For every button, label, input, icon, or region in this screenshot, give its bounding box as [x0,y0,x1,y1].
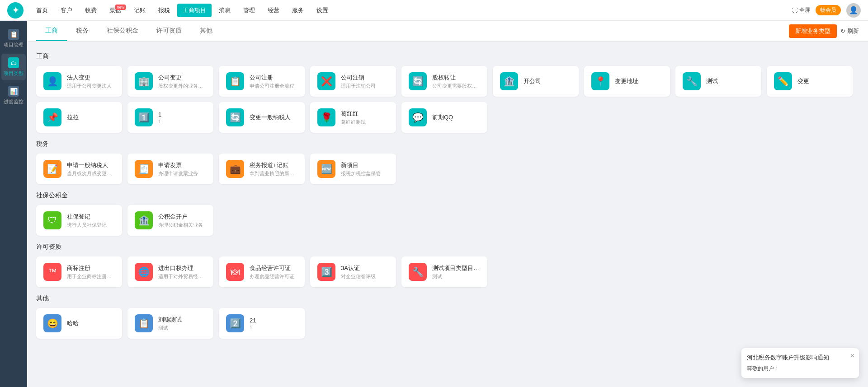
card-申请一般纳税人[interactable]: 📝申请一般纳税人当月或次月成变更完成 [36,154,122,184]
section-许可资质: 许可资质™商标注册用于企业商标注册服务🌐进出口权办理适用于对外贸易经营者🍽食品经… [36,243,859,287]
card-desc: 办理公积金相关业务 [158,222,206,228]
card-股权转让[interactable]: 🔄股权转让公司变更需要股权转让 [401,66,487,97]
card-公司注销[interactable]: ❌公司注销适用于注销公司 [310,66,396,97]
card-前期QQ[interactable]: 💬前期QQ [401,102,487,133]
card-desc: 进行人员社保登记 [67,222,115,228]
nav-item-经营[interactable]: 经营 [262,4,285,17]
nav-item-客户[interactable]: 客户 [55,4,78,17]
nav-item-工商项目[interactable]: 工商项目 [177,4,212,17]
card-info: 变更 [797,77,845,85]
cards-grid: ™商标注册用于企业商标注册服务🌐进出口权办理适用于对外贸易经营者🍽食品经营许可证… [36,256,859,287]
card-icon: 📋 [135,314,153,332]
card-变更一般纳税人[interactable]: 🔄变更一般纳税人 [219,102,305,133]
card-info: 刘聪测试测试 [158,316,206,331]
card-icon: 🔄 [409,72,427,90]
card-icon: ™ [43,263,61,281]
card-info: 社保登记进行人员社保登记 [67,213,115,228]
card-新项目[interactable]: 🆕新项目报税加税控盘保管 [310,154,396,184]
card-icon: 🧾 [135,160,153,178]
nav-item-报税[interactable]: 报税 [153,4,175,17]
top-nav: ✦ 首页客户收费票据new记账报税工商项目消息管理经营服务设置 ⛶ 全屏 畅会员… [0,0,868,21]
nav-item-票据[interactable]: 票据new [104,4,127,17]
nav-item-记账[interactable]: 记账 [128,4,151,17]
card-社保登记[interactable]: 🛡社保登记进行人员社保登记 [36,205,122,236]
user-avatar[interactable]: 👤 [846,3,861,18]
card-info: 前期QQ [432,113,480,121]
card-变更地址[interactable]: 📍变更地址 [584,66,670,97]
card-desc: 报税加税控盘保管 [341,170,389,177]
tab-其他[interactable]: 其他 [191,21,222,41]
card-刘聪测试[interactable]: 📋刘聪测试测试 [127,308,213,339]
card-税务报道+记账[interactable]: 💼税务报道+记账拿到营业执照的新公司 [219,154,305,184]
card-info: 税务报道+记账拿到营业执照的新公司 [250,161,297,177]
card-哈哈[interactable]: 😄哈哈 [36,308,122,339]
card-1[interactable]: 1️⃣11 [127,102,213,133]
tabs: 工商税务社保公积金许可资质其他 [36,21,222,41]
notification-close[interactable]: × [850,352,854,360]
card-desc: 1 [250,325,297,330]
card-公积金开户[interactable]: 🏦公积金开户办理公积金相关业务 [127,205,213,236]
card-测试项目类型目定义[interactable]: 🔧测试项目类型目定义测试 [401,256,487,287]
card-食品经营许可证[interactable]: 🍽食品经营许可证办理食品经营许可证 [219,256,305,287]
card-葛红红[interactable]: 🌹葛红红葛红红测试 [310,102,396,133]
tab-许可资质[interactable]: 许可资质 [147,21,191,41]
card-title: 测试项目类型目定义 [432,264,480,272]
card-icon: 😄 [43,314,61,332]
nav-item-管理[interactable]: 管理 [238,4,260,17]
card-title: 公积金开户 [158,213,206,221]
sidebar-item-项目管理[interactable]: 📋项目管理 [1,25,26,52]
card-info: 公司变更股权变更外的业务变更 [158,74,206,89]
tab-税务[interactable]: 税务 [67,21,98,41]
card-公司变更[interactable]: 🏢公司变更股权变更外的业务变更 [127,66,213,97]
card-商标注册[interactable]: ™商标注册用于企业商标注册服务 [36,256,122,287]
fullscreen-label: 全屏 [799,6,810,14]
section-title: 许可资质 [36,243,859,251]
card-法人变更[interactable]: 👤法人变更适用于公司变更法人 [36,66,122,97]
card-desc: 适用于注销公司 [341,83,389,89]
card-title: 公司注册 [250,74,297,82]
fullscreen-btn[interactable]: ⛶ 全屏 [792,6,810,14]
nav-item-设置[interactable]: 设置 [311,4,334,17]
card-info: 申请一般纳税人当月或次月成变更完成 [67,161,115,177]
sidebar-item-进度监控[interactable]: 📊进度监控 [1,82,26,109]
card-21[interactable]: 2️⃣211 [219,308,305,339]
cards-grid: 👤法人变更适用于公司变更法人🏢公司变更股权变更外的业务变更📋公司注册申请公司注册… [36,66,859,133]
card-info: 公司注册申请公司注册全流程 [250,74,297,89]
card-icon: 🔧 [683,72,701,90]
card-icon: 🔄 [226,108,244,126]
card-desc: 测试 [158,325,206,331]
card-开公司[interactable]: 🏦开公司 [493,66,579,97]
notification-panel: × 河北税务数字账户升级影响通知 尊敬的用户： [741,348,859,378]
main-content: 工商税务社保公积金许可资质其他 新增业务类型 ↻ 刷新 工商👤法人变更适用于公司… [27,21,868,387]
card-3A认证[interactable]: 3️⃣3A认证对企业信誉评级 [310,256,396,287]
card-title: 变更 [797,77,845,85]
card-title: 商标注册 [67,264,115,272]
card-info: 股权转让公司变更需要股权转让 [432,74,480,89]
nav-item-收费[interactable]: 收费 [80,4,102,17]
card-拉拉[interactable]: 📌拉拉 [36,102,122,133]
tab-工商[interactable]: 工商 [36,21,67,41]
card-title: 进出口权办理 [158,264,206,272]
card-desc: 当月或次月成变更完成 [67,170,115,177]
card-info: 申请发票办理申请发票业务 [158,161,206,177]
tab-社保公积金[interactable]: 社保公积金 [98,21,147,41]
sidebar-item-项目类型[interactable]: 🗂项目类型 [1,54,26,80]
new-type-button[interactable]: 新增业务类型 [789,24,837,38]
nav-item-服务[interactable]: 服务 [287,4,309,17]
card-公司注册[interactable]: 📋公司注册申请公司注册全流程 [219,66,305,97]
card-测试[interactable]: 🔧测试 [675,66,761,97]
vip-button[interactable]: 畅会员 [816,5,841,15]
card-info: 11 [158,111,206,124]
nav-items: 首页客户收费票据new记账报税工商项目消息管理经营服务设置 [31,4,792,17]
card-进出口权办理[interactable]: 🌐进出口权办理适用于对外贸易经营者 [127,256,213,287]
card-title: 开公司 [524,77,571,85]
nav-item-首页[interactable]: 首页 [31,4,53,17]
card-申请发票[interactable]: 🧾申请发票办理申请发票业务 [127,154,213,184]
card-desc: 办理申请发票业务 [158,170,206,177]
app-logo: ✦ [7,2,24,19]
card-变更[interactable]: ✏️变更 [767,66,853,97]
nav-item-消息[interactable]: 消息 [213,4,236,17]
card-title: 变更地址 [615,77,663,85]
refresh-button[interactable]: ↻ 刷新 [840,27,859,35]
card-icon: 💼 [226,160,244,178]
